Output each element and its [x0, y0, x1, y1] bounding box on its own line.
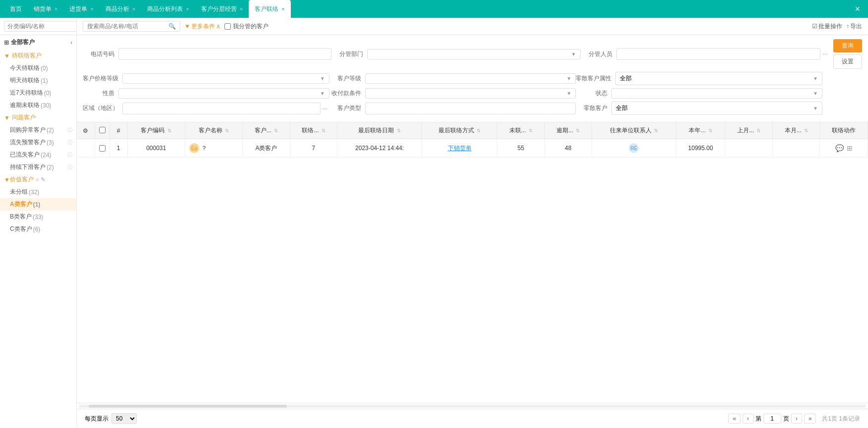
page-size-select[interactable]: 50 100 200: [111, 413, 137, 424]
export-button[interactable]: ↑ 导出: [846, 22, 862, 31]
col-overdue[interactable]: 逾期... ⇅: [544, 122, 592, 139]
status-select[interactable]: ▼: [611, 88, 822, 99]
export-icon: ↑: [846, 23, 849, 30]
col-uncontact[interactable]: 未联... ⇅: [497, 122, 545, 139]
settings-button[interactable]: 设置: [833, 54, 862, 69]
col-last-method[interactable]: 最后联络方式 ⇅: [422, 122, 497, 139]
col-this-year[interactable]: 本年... ⇅: [676, 122, 725, 139]
col-code[interactable]: 客户编码 ⇅: [127, 122, 185, 139]
pending-contact-label[interactable]: ▼ 待联络客户: [0, 50, 76, 62]
nature-select[interactable]: ▼: [118, 88, 329, 99]
page-label: 第: [756, 415, 761, 423]
sidebar-item-c-class[interactable]: C类客户 (6): [0, 223, 76, 235]
table-area: ⚙ # 客户编码 ⇅ 客户名称 ⇅ 客户... ⇅ 联络... ⇅ 最后联络日期…: [77, 122, 868, 403]
sidebar-item-repurchase-abnormal[interactable]: 回购异常客户 (2) ⓘ: [0, 124, 76, 136]
page-number-input[interactable]: [763, 414, 781, 424]
nav-sales[interactable]: 销货单 ×: [28, 0, 63, 18]
first-page-button[interactable]: «: [728, 414, 741, 424]
contact2-avatar: RE: [629, 143, 639, 153]
col-contact2[interactable]: 往来单位联系人 ⇅: [592, 122, 676, 139]
sidebar-item-7days[interactable]: 近7天待联络 (0): [0, 87, 76, 99]
chat-icon[interactable]: 💬: [835, 144, 844, 152]
nav-customer-tier[interactable]: 客户分层经营 ×: [195, 0, 249, 18]
sort-overdue-icon: ⇅: [576, 128, 580, 133]
sidebar-item-a-class[interactable]: A类客户 (1): [0, 198, 76, 211]
sidebar-item-b-class[interactable]: B类客户 (33): [0, 211, 76, 223]
prev-page-button[interactable]: ‹: [743, 414, 754, 424]
row-checkbox[interactable]: [99, 145, 106, 152]
nav-home[interactable]: 首页: [4, 0, 28, 18]
col-check: [95, 122, 109, 139]
col-name[interactable]: 客户名称 ⇅: [185, 122, 242, 139]
person-dots-icon[interactable]: ···: [820, 51, 829, 57]
7days-count: (0): [44, 90, 52, 97]
info-icon-2[interactable]: ⓘ: [67, 139, 72, 146]
more-filters-button[interactable]: ▼ 更多条件 ∧: [184, 22, 220, 31]
nav-sales-close[interactable]: ×: [54, 6, 57, 12]
filter-cell-phone: 电话号码: [83, 48, 331, 60]
region-dots-icon[interactable]: ···: [321, 105, 329, 112]
col-last-month[interactable]: 上月... ⇅: [725, 122, 773, 139]
nav-product-analysis[interactable]: 商品分析 ×: [100, 0, 141, 18]
check-square-icon: ☑: [812, 23, 817, 30]
nav-product-analysis-close[interactable]: ×: [132, 6, 135, 12]
next-page-button[interactable]: ›: [791, 414, 802, 424]
col-last-date[interactable]: 最后联络日期 ⇅: [337, 122, 422, 139]
value-customers-label[interactable]: ▼ 价值客户 ○ ✎: [0, 173, 76, 186]
sidebar-search-input[interactable]: [4, 21, 77, 32]
sidebar-item-overdue[interactable]: 逾期未联络 (30): [0, 99, 76, 111]
payment-select[interactable]: ▼: [365, 88, 576, 99]
person-input[interactable]: [616, 48, 820, 60]
last-page-button[interactable]: »: [804, 414, 816, 424]
scroll-thumb[interactable]: [89, 405, 287, 408]
col-contact-count[interactable]: 联络... ⇅: [290, 122, 337, 139]
nav-purchase-close[interactable]: ×: [90, 6, 93, 12]
sidebar-item-tomorrow[interactable]: 明天待联络 (1): [0, 74, 76, 87]
sidebar-collapse-icon[interactable]: ‹: [70, 39, 72, 46]
my-customers-checkbox[interactable]: 我分管的客户: [224, 22, 269, 31]
info-icon-1[interactable]: ⓘ: [67, 127, 72, 134]
col-action: 联络动作: [820, 122, 868, 139]
nav-purchase[interactable]: 进货单 ×: [63, 0, 99, 18]
sidebar-item-churn-warning[interactable]: 流失预警客户 (3) ⓘ: [0, 136, 76, 149]
phone-input[interactable]: [118, 48, 331, 60]
nav-customer-contact-close[interactable]: ×: [281, 6, 284, 12]
nav-product-list[interactable]: 商品分析列表 ×: [141, 0, 195, 18]
sidebar-all-customers[interactable]: ⊞ 全部客户 ‹: [0, 35, 76, 50]
horizontal-scrollbar[interactable]: [77, 403, 868, 409]
region-input[interactable]: [122, 103, 321, 114]
sidebar-item-declining[interactable]: 持续下滑客户 (2) ⓘ: [0, 161, 76, 173]
filter-search-input[interactable]: [87, 23, 166, 30]
col-type[interactable]: 客户... ⇅: [243, 122, 290, 139]
col-this-month[interactable]: 本月... ⇅: [772, 122, 820, 139]
problem-customers-label[interactable]: ▼ 问题客户: [0, 111, 76, 124]
filter-search-icon[interactable]: 🔍: [168, 23, 176, 30]
sidebar-item-ungrouped[interactable]: 未分组 (32): [0, 186, 76, 198]
customer-level-select[interactable]: ▼: [365, 73, 576, 84]
sort-code-icon: ⇅: [167, 128, 171, 133]
sidebar-item-today[interactable]: 今天待联络 (0): [0, 62, 76, 74]
customer-type-input[interactable]: [365, 103, 576, 114]
window-close-icon[interactable]: ×: [851, 4, 864, 14]
price-level-select[interactable]: ▼: [122, 73, 329, 84]
batch-ops-button[interactable]: ☑ 批量操作: [812, 22, 842, 31]
menu-icon[interactable]: ⊞: [847, 144, 853, 152]
my-customers-check[interactable]: [224, 23, 231, 30]
col-settings[interactable]: ⚙: [77, 122, 95, 139]
sidebar-item-churned[interactable]: 已流失客户 (24) ⓘ: [0, 149, 76, 161]
nav-customer-tier-close[interactable]: ×: [240, 6, 243, 12]
retail-attr-select[interactable]: 全部 ▼: [615, 72, 822, 85]
row-last-method[interactable]: 下销货单: [422, 139, 497, 158]
nav-customer-contact[interactable]: 客户联络 ×: [249, 0, 290, 18]
select-all-checkbox[interactable]: [99, 127, 106, 133]
dept-select[interactable]: ▼: [367, 49, 580, 59]
retail-customer-select[interactable]: 全部 ▼: [611, 102, 822, 115]
sort-method-icon: ⇅: [477, 128, 481, 133]
query-button[interactable]: 查询: [833, 39, 862, 53]
nav-product-list-close[interactable]: ×: [186, 6, 189, 12]
info-icon-3[interactable]: ⓘ: [67, 152, 72, 159]
sort-contact-icon: ⇅: [322, 128, 326, 133]
info-icon-4[interactable]: ⓘ: [67, 164, 72, 171]
value-group-icons: ○ ✎: [36, 176, 45, 183]
last-method-link[interactable]: 下销货单: [448, 145, 472, 152]
